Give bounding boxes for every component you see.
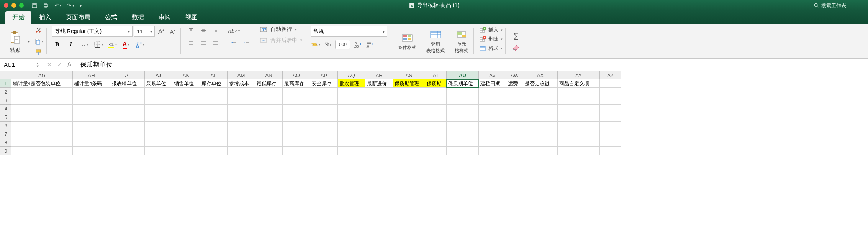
cell[interactable] xyxy=(600,96,621,105)
cell[interactable] xyxy=(110,138,145,147)
tab-view[interactable]: 视图 xyxy=(179,11,205,24)
cell[interactable] xyxy=(172,130,200,138)
row-header[interactable]: 9 xyxy=(0,147,11,155)
cell[interactable] xyxy=(558,122,600,130)
column-header[interactable]: AT xyxy=(425,71,447,79)
cell[interactable] xyxy=(393,138,425,147)
cell[interactable] xyxy=(393,122,425,130)
cell[interactable] xyxy=(338,122,365,130)
cell[interactable] xyxy=(110,122,145,130)
column-header[interactable]: AY xyxy=(558,71,600,79)
row-header[interactable]: 5 xyxy=(0,113,11,122)
column-header[interactable]: AV xyxy=(479,71,506,79)
cell[interactable] xyxy=(200,88,228,96)
column-header[interactable]: AJ xyxy=(145,71,172,79)
row-header[interactable]: 7 xyxy=(0,130,11,138)
cell-styles-button[interactable]: 单元 格样式 xyxy=(452,29,471,54)
cell[interactable]: 商品自定义项 xyxy=(558,79,600,88)
cell[interactable] xyxy=(310,147,338,155)
column-header[interactable]: AH xyxy=(73,71,110,79)
cell[interactable] xyxy=(425,147,447,155)
cell[interactable] xyxy=(228,88,255,96)
cell[interactable] xyxy=(172,138,200,147)
column-header[interactable]: AP xyxy=(310,71,338,79)
cell[interactable] xyxy=(73,105,110,113)
cell[interactable] xyxy=(200,138,228,147)
cell[interactable] xyxy=(145,122,172,130)
cell[interactable] xyxy=(145,88,172,96)
cell[interactable] xyxy=(73,138,110,147)
cell[interactable] xyxy=(506,88,523,96)
cell[interactable] xyxy=(558,105,600,113)
cell[interactable] xyxy=(523,113,558,122)
align-top-button[interactable] xyxy=(186,26,196,35)
cell[interactable] xyxy=(200,147,228,155)
cell[interactable] xyxy=(600,105,621,113)
orientation-button[interactable]: ab↗▾ xyxy=(229,26,239,35)
phonetic-guide-button[interactable]: abcA ▾ xyxy=(135,40,145,49)
align-left-button[interactable] xyxy=(186,38,196,48)
increase-font-button[interactable]: A▴ xyxy=(156,27,166,36)
cell[interactable] xyxy=(110,105,145,113)
merge-center-button[interactable]: 合并后居中 ▾ xyxy=(260,37,302,44)
cell[interactable] xyxy=(393,147,425,155)
cell[interactable] xyxy=(283,96,310,105)
cell[interactable] xyxy=(479,147,506,155)
cell[interactable] xyxy=(365,113,393,122)
cell[interactable] xyxy=(338,130,365,138)
cell[interactable]: 辅计量4条码 xyxy=(73,79,110,88)
cell[interactable] xyxy=(523,138,558,147)
fill-color-button[interactable]: ▾ xyxy=(107,40,117,49)
italic-button[interactable]: I xyxy=(66,40,76,49)
align-middle-button[interactable] xyxy=(198,26,208,35)
wrap-text-button[interactable]: 自动换行 ▾ xyxy=(260,26,302,33)
cell[interactable] xyxy=(365,96,393,105)
cell[interactable]: 是否走冻链 xyxy=(523,79,558,88)
cell[interactable] xyxy=(425,122,447,130)
cell[interactable] xyxy=(73,147,110,155)
cell[interactable] xyxy=(479,105,506,113)
cell[interactable] xyxy=(425,96,447,105)
cell[interactable] xyxy=(110,147,145,155)
column-header[interactable]: AR xyxy=(365,71,393,79)
cell[interactable] xyxy=(11,130,73,138)
conditional-formatting-button[interactable]: 条件格式 xyxy=(396,32,419,51)
cell[interactable]: 建档日期 xyxy=(479,79,506,88)
cell[interactable] xyxy=(172,96,200,105)
cell[interactable] xyxy=(425,105,447,113)
decrease-indent-button[interactable] xyxy=(229,38,239,48)
cell[interactable] xyxy=(338,138,365,147)
cell[interactable] xyxy=(558,147,600,155)
cell[interactable] xyxy=(506,105,523,113)
cell[interactable] xyxy=(73,130,110,138)
number-format-select[interactable]: 常规 ▾ xyxy=(311,26,387,37)
cell[interactable] xyxy=(11,88,73,96)
font-size-select[interactable]: 11 ▾ xyxy=(134,26,155,37)
cell[interactable] xyxy=(73,96,110,105)
cell[interactable] xyxy=(338,147,365,155)
cell[interactable] xyxy=(255,147,283,155)
delete-cells-button[interactable]: 删除▾ xyxy=(479,35,503,43)
font-color-button[interactable]: A ▾ xyxy=(121,40,131,49)
cell[interactable] xyxy=(447,130,479,138)
cell[interactable] xyxy=(506,113,523,122)
cell[interactable] xyxy=(145,138,172,147)
cell[interactable] xyxy=(11,105,73,113)
cell[interactable] xyxy=(145,147,172,155)
cell[interactable] xyxy=(200,105,228,113)
cell[interactable] xyxy=(283,105,310,113)
cell[interactable] xyxy=(558,138,600,147)
cell[interactable] xyxy=(283,122,310,130)
column-header[interactable]: AZ xyxy=(600,71,621,79)
cell[interactable]: 最低库存 xyxy=(255,79,283,88)
cell[interactable] xyxy=(283,147,310,155)
cell[interactable]: 辅计量4是否包装单位 xyxy=(11,79,73,88)
column-header[interactable]: AS xyxy=(393,71,425,79)
increase-indent-button[interactable] xyxy=(241,38,251,48)
cell[interactable] xyxy=(558,96,600,105)
cell[interactable] xyxy=(447,138,479,147)
cell[interactable] xyxy=(506,122,523,130)
cell[interactable] xyxy=(255,96,283,105)
cell[interactable] xyxy=(506,130,523,138)
cell[interactable] xyxy=(338,113,365,122)
